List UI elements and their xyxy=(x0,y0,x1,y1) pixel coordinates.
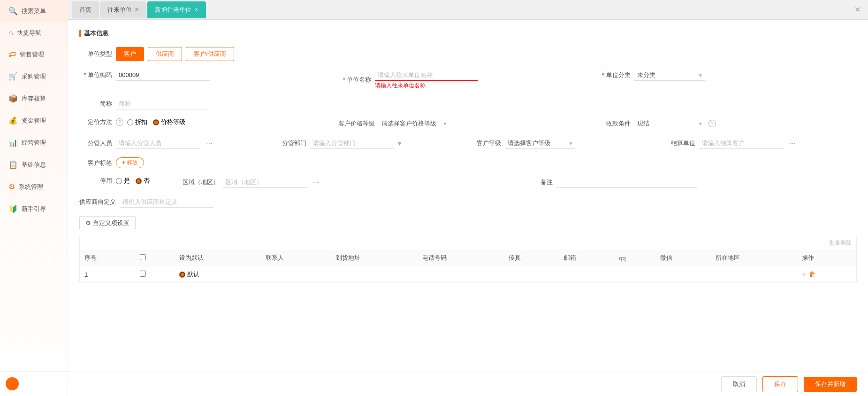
disabled-radio-group: 是 否 xyxy=(116,177,150,185)
custom-settings-btn[interactable]: ⚙ 自定义项设置 xyxy=(79,216,136,230)
pricing-help-icon[interactable]: ? xyxy=(116,118,123,126)
customer-price-level-select[interactable]: 请选择客户价格等级 xyxy=(379,118,449,129)
cell-location xyxy=(711,266,797,283)
add-tag-btn[interactable]: + 标签 xyxy=(116,157,144,168)
settlement-more-btn[interactable]: ··· xyxy=(787,139,797,148)
disabled-yes-label[interactable]: 是 xyxy=(116,177,130,185)
settlement-unit-label: 结算单位 xyxy=(662,139,695,148)
save-new-button[interactable]: 保存并新增 xyxy=(804,377,857,392)
unit-category-select[interactable]: 未分类 xyxy=(634,70,705,81)
remark-input[interactable] xyxy=(556,177,697,188)
avatar xyxy=(6,377,19,390)
region-more-btn[interactable]: ··· xyxy=(311,178,321,186)
supplier-custom-label: 供应商自定义 xyxy=(79,198,116,206)
pricing-level-label[interactable]: 价格等级 xyxy=(153,118,185,126)
tab-new-partner[interactable]: 新增往来单位 ✕ xyxy=(147,1,206,18)
sidebar-item-sales[interactable]: 🏷 销售管理 xyxy=(0,44,68,65)
search-icon: 🔍 xyxy=(8,7,18,16)
region-input[interactable] xyxy=(223,177,307,188)
col-action: 操作 xyxy=(797,250,856,266)
sidebar-bottom xyxy=(0,371,68,396)
manager-row: 分管人员 ··· 分管部门 ▼ 客户等级 请选择客户等级 ▼ 结算单位 xyxy=(79,138,857,149)
tab-partners[interactable]: 往来单位 ✕ xyxy=(100,1,146,18)
col-location: 所在地区 xyxy=(711,250,797,266)
btn-supplier[interactable]: 供应商 xyxy=(148,47,182,61)
cell-address xyxy=(331,266,418,283)
tags-group: 客户标签 + 标签 xyxy=(79,157,857,168)
btn-both[interactable]: 客户/供应商 xyxy=(186,47,234,61)
manager-more-btn[interactable]: ··· xyxy=(204,139,214,148)
short-name-row: 简称 xyxy=(79,98,857,109)
col-fax: 传真 xyxy=(504,250,559,266)
save-button[interactable]: 保存 xyxy=(762,376,798,392)
col-contact: 联系人 xyxy=(261,250,332,266)
cell-contact xyxy=(261,266,332,283)
close-all-tabs[interactable]: ✕ xyxy=(851,3,864,16)
col-phone: 电话号码 xyxy=(418,250,504,266)
table-row: 1 默认 xyxy=(80,266,856,283)
tags-label: 客户标签 xyxy=(79,159,112,167)
finance-icon: 💰 xyxy=(8,116,18,125)
sidebar-item-quick-nav[interactable]: ⌂ 快捷导航 xyxy=(0,22,68,44)
sidebar-item-operations[interactable]: 📊 经营管理 xyxy=(0,132,68,154)
sidebar-item-guide[interactable]: 🔰 新手引导 xyxy=(0,198,68,220)
sidebar-item-purchase[interactable]: 🛒 采购管理 xyxy=(0,65,68,87)
cell-default: 默认 xyxy=(175,266,261,283)
disabled-no-radio[interactable] xyxy=(136,178,142,184)
sales-icon: 🏷 xyxy=(8,50,16,59)
settlement-unit-group: 结算单位 ··· xyxy=(662,138,857,149)
default-radio-label[interactable]: 默认 xyxy=(179,270,256,279)
pricing-discount-radio[interactable] xyxy=(127,119,133,125)
unit-name-input[interactable] xyxy=(375,70,478,81)
delete-row-btn[interactable]: 🗑 xyxy=(809,271,815,278)
pricing-method-label: 定价方法 xyxy=(79,118,112,126)
select-all-checkbox[interactable] xyxy=(140,254,146,260)
tab-home[interactable]: 首页 xyxy=(72,1,99,18)
pricing-level-radio[interactable] xyxy=(153,119,159,125)
sidebar-item-search[interactable]: 🔍 搜索菜单 xyxy=(0,0,68,22)
short-name-label: 简称 xyxy=(79,100,112,108)
supplier-custom-input[interactable] xyxy=(120,196,213,208)
col-seq: 序号 xyxy=(80,250,135,266)
cell-phone xyxy=(418,266,504,283)
row-checkbox[interactable] xyxy=(140,271,146,277)
tab-partners-close[interactable]: ✕ xyxy=(135,7,139,13)
tab-new-partner-close[interactable]: ✕ xyxy=(194,7,198,13)
sidebar-item-inventory[interactable]: 📦 库存核算 xyxy=(0,87,68,109)
disabled-no-label[interactable]: 否 xyxy=(136,177,150,185)
pricing-discount-label[interactable]: 折扣 xyxy=(127,118,147,126)
main: 首页 往来单位 ✕ 新增往来单位 ✕ ✕ 基本信息 单位类型 客户 供应商 客户… xyxy=(68,0,868,396)
unit-type-row: 单位类型 客户 供应商 客户/供应商 xyxy=(79,47,857,61)
section-title: 基本信息 xyxy=(79,29,857,38)
manager-input[interactable] xyxy=(116,138,200,149)
table-head-row: 序号 设为默认 联系人 到货地址 电话号码 传真 邮箱 qq 微信 所在地区 操… xyxy=(80,250,856,266)
department-input[interactable] xyxy=(310,138,395,149)
disabled-region-row: 停用 是 否 区域（地区） ··· 备注 xyxy=(79,177,857,188)
department-chevron-icon: ▼ xyxy=(396,140,403,147)
col-qq: qq xyxy=(614,250,655,266)
batch-delete-btn[interactable]: 批量删除 xyxy=(829,239,852,247)
unit-category-label: 单位分类 xyxy=(598,71,631,79)
sidebar-item-basic[interactable]: 📋 基础信息 xyxy=(0,154,68,176)
code-name-category-row: 单位编码 单位名称 请输入往来单位名称 单位分类 未分类 ▼ xyxy=(79,70,857,90)
add-row-btn[interactable]: + xyxy=(802,270,806,279)
cell-seq: 1 xyxy=(80,266,135,283)
payment-help-icon[interactable]: ? xyxy=(708,120,716,127)
default-radio[interactable] xyxy=(179,272,185,278)
col-default: 设为默认 xyxy=(175,250,261,266)
payment-terms-select[interactable]: 现结 xyxy=(634,118,705,129)
sidebar-item-system[interactable]: ⚙ 系统管理 xyxy=(0,176,68,198)
unit-type-buttons: 客户 供应商 客户/供应商 xyxy=(116,47,234,61)
customer-level-select[interactable]: 请选择客户等级 xyxy=(505,138,575,149)
btn-customer[interactable]: 客户 xyxy=(116,47,144,61)
sidebar-item-finance[interactable]: 💰 资金管理 xyxy=(0,109,68,132)
short-name-input[interactable] xyxy=(116,98,210,109)
cell-qq xyxy=(614,266,655,283)
cell-wechat xyxy=(655,266,711,283)
footer: 取消 保存 保存并新增 xyxy=(68,372,868,396)
pricing-method-group: 定价方法 ? 折扣 价格等级 xyxy=(79,118,338,126)
cancel-button[interactable]: 取消 xyxy=(721,376,757,392)
disabled-yes-radio[interactable] xyxy=(116,178,122,184)
unit-code-input[interactable] xyxy=(116,70,210,81)
settlement-unit-input[interactable] xyxy=(699,138,784,149)
